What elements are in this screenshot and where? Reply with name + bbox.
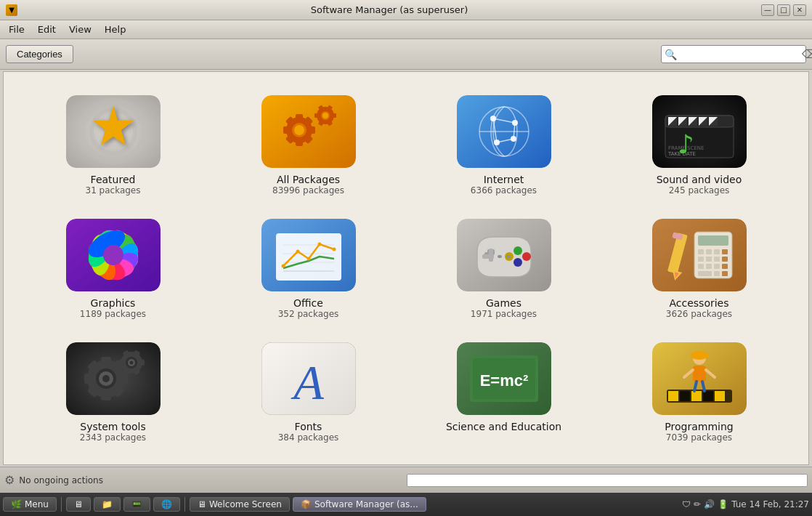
welcome-label: Welcome Screen	[209, 499, 282, 509]
svg-point-77	[332, 248, 336, 251]
app-icon-2: 📁	[102, 499, 113, 509]
window-icon: ▼	[6, 4, 17, 16]
svg-rect-109	[714, 271, 720, 276]
svg-rect-11	[308, 126, 315, 134]
category-internet[interactable]: Internet 6366 packages	[406, 84, 601, 207]
taskbar-right: 🛡 ✏ 🔊 🔋 Tue 14 Feb, 21:27	[682, 499, 809, 509]
app-icon-4: 🌐	[161, 499, 172, 509]
svg-rect-116	[101, 357, 111, 366]
svg-rect-150	[693, 366, 706, 382]
svg-rect-146	[715, 391, 725, 401]
svg-text:A: A	[291, 355, 324, 410]
welcome-icon: 🖥	[198, 499, 206, 509]
fonts-label: Fonts	[295, 421, 322, 432]
menu-file[interactable]: File	[3, 23, 31, 36]
menu-view[interactable]: View	[63, 23, 97, 36]
allpkg-count: 83996 packages	[272, 185, 344, 195]
svg-point-84	[522, 252, 531, 261]
menu-label: Menu	[25, 499, 49, 509]
svg-rect-21	[331, 113, 336, 118]
window-controls: — □ ✕	[761, 4, 806, 16]
separator-1	[61, 497, 62, 512]
software-icon: 📦	[301, 499, 312, 509]
category-office[interactable]: Office 352 packages	[211, 207, 406, 331]
menu-help[interactable]: Help	[99, 23, 132, 36]
svg-rect-95	[698, 235, 728, 246]
featured-count: 31 packages	[86, 185, 141, 195]
svg-point-75	[306, 257, 310, 261]
systemtools-label: System tools	[80, 421, 145, 432]
svg-rect-101	[706, 257, 712, 262]
title-bar: ▼ Software Manager (as superuser) — □ ✕	[0, 0, 812, 20]
status-text: No ongoing actions	[19, 475, 103, 485]
svg-point-73	[281, 265, 285, 268]
office-count: 352 packages	[278, 309, 339, 319]
svg-point-24	[322, 113, 328, 118]
svg-rect-145	[703, 391, 713, 401]
svg-rect-103	[722, 257, 728, 262]
status-bar: ⚙ No ongoing actions	[0, 467, 812, 493]
toolbar: Categories 🔍 ⌫	[0, 39, 812, 70]
sound-label: Sound and video	[657, 174, 742, 185]
svg-rect-7	[283, 126, 291, 134]
taskbar-app-icon-3[interactable]: 📟	[123, 497, 150, 512]
svg-point-66	[103, 245, 123, 265]
fonts-count: 384 packages	[278, 432, 339, 443]
systemtools-count: 2343 packages	[80, 432, 146, 443]
maximize-button[interactable]: □	[777, 4, 790, 16]
categories-button[interactable]: Categories	[6, 45, 73, 63]
games-label: Games	[486, 297, 521, 309]
clock: Tue 14 Feb, 21:27	[731, 499, 809, 509]
menu-edit[interactable]: Edit	[32, 23, 62, 36]
taskbar-app-icon-4[interactable]: 🌐	[153, 497, 180, 512]
taskbar-welcome-screen[interactable]: 🖥 Welcome Screen	[190, 497, 290, 512]
menu-button[interactable]: 🌿 Menu	[3, 497, 57, 512]
category-systemtools[interactable]: System tools 2343 packages	[15, 331, 211, 454]
graphics-count: 1189 packages	[80, 309, 146, 319]
svg-rect-96	[698, 249, 704, 254]
status-area: ⚙ No ongoing actions	[4, 473, 404, 487]
svg-text:E=mc²: E=mc²	[479, 371, 528, 390]
svg-rect-100	[698, 257, 704, 262]
close-button[interactable]: ✕	[793, 4, 806, 16]
svg-rect-142	[668, 391, 678, 401]
category-sound[interactable]: ♪ FRAME SCENE TAKE DATE Sound and video …	[601, 84, 797, 207]
category-programming[interactable]: Programming 7039 packages	[601, 331, 797, 454]
battery-icon: 🔋	[718, 499, 728, 509]
svg-rect-99	[722, 249, 728, 254]
category-science[interactable]: E=mc² Science and Education	[406, 331, 601, 454]
category-allpkg[interactable]: All Packages 83996 packages	[211, 84, 406, 207]
minimize-button[interactable]: —	[761, 4, 774, 16]
svg-rect-102	[714, 257, 720, 262]
category-fonts[interactable]: A Fonts 384 packages	[211, 331, 406, 454]
svg-rect-9	[296, 114, 303, 121]
search-icon: 🔍	[665, 49, 677, 60]
svg-rect-144	[691, 391, 702, 401]
programming-count: 7039 packages	[666, 432, 732, 443]
svg-text:FRAME   SCENE: FRAME SCENE	[668, 145, 705, 151]
taskbar-software-manager[interactable]: 📦 Software Manager (as...	[293, 497, 426, 512]
taskbar-app-icon-1[interactable]: 🖥	[66, 497, 91, 512]
menu-bar: File Edit View Help	[0, 20, 812, 39]
gear-icon: ⚙	[4, 473, 15, 487]
category-graphics[interactable]: Graphics 1189 packages	[15, 207, 211, 331]
taskbar: 🌿 Menu 🖥 📁 📟 🌐 🖥 Welcome Screen 📦 Softwa…	[0, 493, 812, 516]
svg-rect-82	[489, 249, 493, 262]
category-games[interactable]: Games 1971 packages	[406, 207, 601, 331]
svg-rect-104	[698, 264, 704, 269]
featured-label: Featured	[91, 174, 136, 185]
svg-rect-13	[296, 139, 303, 146]
search-clear-button[interactable]: ⌫	[802, 47, 812, 61]
accessories-count: 3626 packages	[666, 309, 732, 319]
category-featured[interactable]: Featured 31 packages	[15, 84, 211, 207]
programming-label: Programming	[665, 421, 733, 432]
menu-icon: 🌿	[11, 499, 22, 509]
svg-rect-106	[714, 264, 720, 269]
svg-rect-18	[314, 113, 320, 118]
svg-point-85	[513, 258, 522, 267]
category-accessories[interactable]: Accessories 3626 packages	[601, 207, 797, 331]
taskbar-app-icon-2[interactable]: 📁	[94, 497, 121, 512]
search-input[interactable]	[680, 49, 802, 60]
svg-rect-114	[84, 374, 93, 384]
games-count: 1971 packages	[471, 309, 537, 319]
